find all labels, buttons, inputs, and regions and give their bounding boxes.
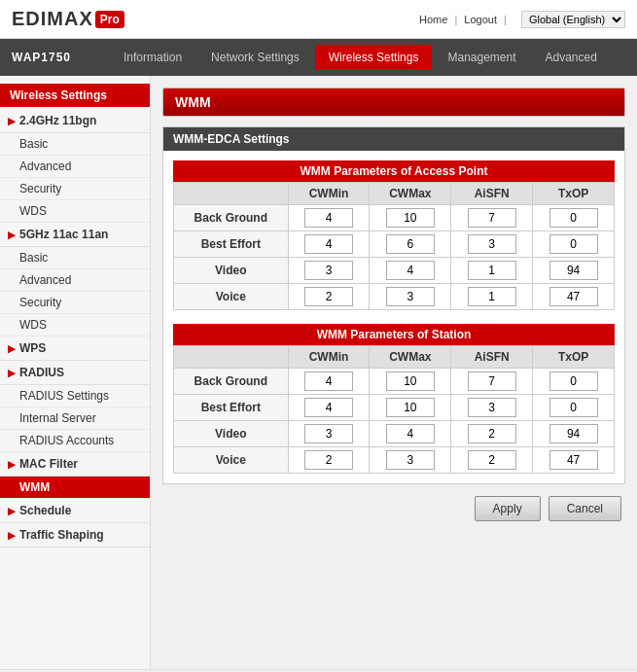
sidebar-item-5-basic[interactable]: Basic <box>0 247 150 269</box>
sidebar-group-5ghz-label: 5GHz 11ac 11an <box>19 228 108 241</box>
sidebar-item-radius[interactable]: ▶ RADIUS <box>0 361 150 385</box>
ap-table-title: WMM Parameters of Access Point <box>173 160 615 182</box>
sidebar-group-5ghz[interactable]: ▶ 5GHz 11ac 11an <box>0 223 150 247</box>
arrow-icon-traffic: ▶ <box>8 530 16 541</box>
arrow-icon-5g: ▶ <box>8 230 16 240</box>
sidebar-item-radius-settings[interactable]: RADIUS Settings <box>0 385 150 407</box>
tab-wireless-settings[interactable]: Wireless Settings <box>315 45 433 70</box>
page-title: WMM <box>162 88 625 117</box>
table-row: Voice <box>174 447 615 474</box>
ap-row3-cwmin <box>288 258 370 284</box>
sidebar-item-wmm[interactable]: WMM <box>0 477 150 499</box>
sidebar-item-mac-filter[interactable]: ▶ MAC Filter <box>0 452 150 477</box>
ap-row1-aifsn-input[interactable] <box>468 208 516 228</box>
sidebar-item-24-wds[interactable]: WDS <box>0 200 150 223</box>
ap-row3-cwmax-input[interactable] <box>386 261 435 280</box>
sidebar-wps-label: WPS <box>19 341 46 355</box>
ap-col-header-label <box>174 183 289 205</box>
ap-row1-cwmin <box>288 205 370 231</box>
home-link[interactable]: Home <box>419 14 447 25</box>
header: EDIMAX Pro Home | Logout | Global (Engli… <box>0 0 637 39</box>
sidebar-item-5-security[interactable]: Security <box>0 292 150 314</box>
ap-row2-cwmin-input[interactable] <box>304 234 353 254</box>
sta-col-header-label <box>174 346 289 369</box>
sidebar-section-header: Wireless Settings <box>0 84 150 107</box>
ap-row4-cwmax-input[interactable] <box>386 287 435 306</box>
sta-row4-cwmin-input[interactable] <box>304 450 353 470</box>
sta-row4-aifsn-input[interactable] <box>468 450 516 470</box>
sta-row1-cwmax-input[interactable] <box>386 371 435 391</box>
arrow-icon-schedule: ▶ <box>8 506 16 516</box>
sta-row1-cwmax <box>370 369 451 395</box>
ap-row4-txop <box>533 284 615 310</box>
sta-row2-cwmin-input[interactable] <box>304 398 353 417</box>
ap-row3-aifsn-input[interactable] <box>468 261 516 280</box>
table-row: Video <box>174 258 615 284</box>
ap-row3-aifsn <box>451 258 533 284</box>
ap-col-header-aifsn: AiSFN <box>451 183 533 205</box>
sta-row4-cwmax <box>370 447 451 474</box>
station-table-wrapper: WMM Parameters of Station CWMin CWMax Ai… <box>173 324 615 474</box>
sta-row2-cwmax-input[interactable] <box>386 398 435 417</box>
sta-row1-aifsn-input[interactable] <box>468 371 516 391</box>
sidebar-item-traffic-shaping[interactable]: ▶ Traffic Shaping <box>0 523 150 548</box>
tab-advanced[interactable]: Advanced <box>532 45 611 70</box>
ap-row1-cwmin-input[interactable] <box>304 208 353 228</box>
tab-network-settings[interactable]: Network Settings <box>197 45 313 70</box>
sta-row1-label: Back Ground <box>174 369 289 395</box>
sidebar-radius-label: RADIUS <box>19 366 64 379</box>
sta-row3-cwmax-input[interactable] <box>386 424 435 443</box>
tab-management[interactable]: Management <box>434 45 529 70</box>
wmm-edca-section: WMM-EDCA Settings WMM Parameters of Acce… <box>162 126 625 484</box>
ap-row4-label: Voice <box>174 284 289 310</box>
ap-row3-cwmax <box>370 258 451 284</box>
sta-row2-aifsn-input[interactable] <box>468 398 516 417</box>
logout-link[interactable]: Logout <box>464 14 497 25</box>
sta-row1-txop <box>533 369 615 395</box>
sidebar-item-schedule[interactable]: ▶ Schedule <box>0 499 150 523</box>
sidebar: Wireless Settings ▶ 2.4GHz 11bgn Basic A… <box>0 76 151 669</box>
sidebar-item-5-wds[interactable]: WDS <box>0 314 150 336</box>
ap-row3-txop-input[interactable] <box>549 261 598 280</box>
sta-row3-txop-input[interactable] <box>549 424 598 443</box>
ap-row2-cwmax <box>370 231 451 258</box>
sidebar-item-24-advanced[interactable]: Advanced <box>0 156 150 178</box>
ap-row1-txop <box>533 205 615 231</box>
ap-row3-cwmin-input[interactable] <box>304 261 353 280</box>
ap-row2-aifsn-input[interactable] <box>468 234 516 254</box>
apply-button[interactable]: Apply <box>475 496 541 521</box>
sidebar-item-radius-accounts[interactable]: RADIUS Accounts <box>0 430 150 452</box>
table-row: Voice <box>174 284 615 310</box>
sta-col-header-cwmin: CWMin <box>288 346 370 369</box>
sidebar-item-24-basic[interactable]: Basic <box>0 133 150 156</box>
ap-row4-aifsn-input[interactable] <box>468 287 516 306</box>
nav-tabs: Information Network Settings Wireless Se… <box>110 45 611 70</box>
sta-row2-txop-input[interactable] <box>549 398 598 417</box>
ap-row4-txop-input[interactable] <box>549 287 598 306</box>
ap-row2-txop-input[interactable] <box>549 234 598 254</box>
sidebar-traffic-label: Traffic Shaping <box>19 528 104 542</box>
ap-row2-cwmax-input[interactable] <box>386 234 435 254</box>
sta-row1-txop-input[interactable] <box>549 371 598 391</box>
ap-row1-cwmax <box>370 205 451 231</box>
ap-row1-cwmax-input[interactable] <box>386 208 435 228</box>
sta-row3-cwmin-input[interactable] <box>304 424 353 443</box>
table-row: Best Effort <box>174 231 615 258</box>
sta-row3-aifsn-input[interactable] <box>468 424 516 443</box>
ap-row4-cwmin-input[interactable] <box>304 287 353 306</box>
sidebar-item-internal-server[interactable]: Internal Server <box>0 407 150 430</box>
tab-information[interactable]: Information <box>110 45 195 70</box>
language-select[interactable]: Global (English) <box>521 11 625 28</box>
sta-row4-cwmax-input[interactable] <box>386 450 435 470</box>
sidebar-item-5-advanced[interactable]: Advanced <box>0 269 150 292</box>
sta-row2-label: Best Effort <box>174 395 289 421</box>
sta-row1-cwmin-input[interactable] <box>304 371 353 391</box>
sta-row4-txop-input[interactable] <box>549 450 598 470</box>
sidebar-group-24ghz[interactable]: ▶ 2.4GHz 11bgn <box>0 109 150 133</box>
ap-row1-txop-input[interactable] <box>549 208 598 228</box>
sidebar-item-24-security[interactable]: Security <box>0 178 150 200</box>
main-layout: Wireless Settings ▶ 2.4GHz 11bgn Basic A… <box>0 76 637 669</box>
sidebar-item-wps[interactable]: ▶ WPS <box>0 336 150 361</box>
cancel-button[interactable]: Cancel <box>549 496 621 521</box>
sta-row3-txop <box>533 421 615 447</box>
